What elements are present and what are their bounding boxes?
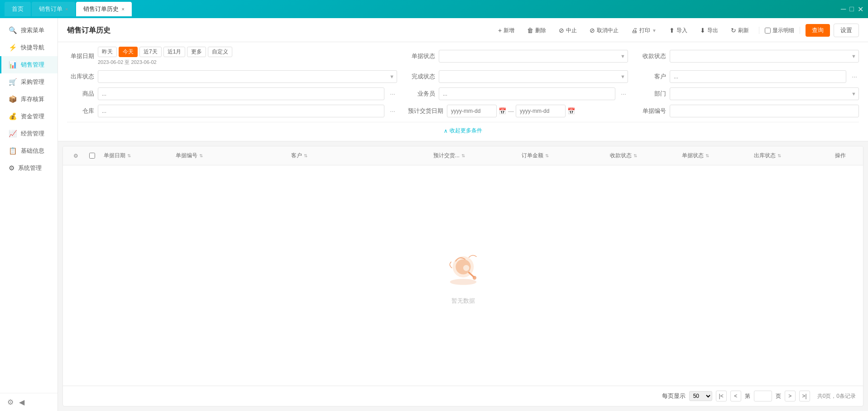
refresh-button[interactable]: ↻ 刷新 xyxy=(726,25,753,36)
goods-input[interactable] xyxy=(98,87,384,100)
delete-button[interactable]: 🗑 删除 xyxy=(523,25,551,36)
settings-button[interactable]: 设置 xyxy=(834,24,859,37)
collapse-sidebar-icon[interactable]: ◀ xyxy=(19,398,24,406)
sidebar-item-search[interactable]: 🔍 搜索菜单 xyxy=(0,22,58,39)
sidebar-item-basic-info[interactable]: 📋 基础信息 xyxy=(0,142,58,160)
tab-sales-order[interactable]: 销售订单 × xyxy=(32,2,75,16)
calendar-from-icon[interactable]: 📅 xyxy=(499,107,506,115)
collapse-btn[interactable]: ∧ 收起更多条件 xyxy=(67,125,859,136)
last-page-btn[interactable]: >| xyxy=(799,391,810,401)
warehouse-status-label: 出库状态 xyxy=(67,73,94,81)
cancel-stop-icon: ⊘ xyxy=(590,27,595,34)
bill-number-input[interactable] xyxy=(670,105,859,117)
th-warehouse-status[interactable]: 出库状态 ⇅ xyxy=(750,152,822,160)
th-amount-sort: ⇅ xyxy=(545,153,549,158)
sidebar-item-sales[interactable]: 📊 销售管理 xyxy=(0,56,58,73)
sidebar-item-finance[interactable]: 💰 资金管理 xyxy=(0,108,58,125)
date-btn-custom[interactable]: 自定义 xyxy=(208,47,232,57)
page-label-prefix: 第 xyxy=(745,392,750,400)
display-toggle[interactable]: 显示明细 xyxy=(765,27,794,34)
sidebar-item-quicknav[interactable]: ⚡ 快捷导航 xyxy=(0,39,58,56)
sidebar-item-operations[interactable]: 📈 经营管理 xyxy=(0,125,58,142)
display-toggle-checkbox[interactable] xyxy=(765,28,771,34)
page-title-row: 销售订单历史 + 新增 🗑 删除 ⊘ 中止 ⊘ xyxy=(67,24,859,37)
date-btn-yesterday[interactable]: 昨天 xyxy=(98,47,117,57)
sidebar-item-system[interactable]: ⚙ 系统管理 xyxy=(0,160,58,177)
complete-status-select[interactable] xyxy=(439,70,628,83)
refresh-icon: ↻ xyxy=(731,27,736,34)
filter-row-2: 出库状态 ▼ 完成状态 ▼ xyxy=(67,70,859,83)
date-btn-today[interactable]: 今天 xyxy=(119,47,138,57)
salesperson-dots[interactable]: ··· xyxy=(619,90,628,97)
date-range-dash: — xyxy=(508,108,514,115)
page-input[interactable]: 1 xyxy=(754,391,772,401)
calendar-to-icon[interactable]: 📅 xyxy=(567,107,575,115)
th-settings[interactable]: ⚙ xyxy=(67,153,84,159)
sidebar-item-finance-label: 资金管理 xyxy=(21,112,44,121)
first-page-btn[interactable]: |< xyxy=(716,391,727,401)
search-icon: 🔍 xyxy=(9,26,17,34)
th-status[interactable]: 单据状态 ⇅ xyxy=(678,152,750,160)
prev-page-btn[interactable]: < xyxy=(730,391,741,401)
sales-icon: 📊 xyxy=(9,61,17,69)
cancel-stop-button[interactable]: ⊘ 取消中止 xyxy=(585,25,623,36)
th-amount[interactable]: 订单金额 ⇅ xyxy=(518,152,606,160)
th-number-sort: ⇅ xyxy=(199,153,203,158)
goods-dots[interactable]: ··· xyxy=(388,90,397,97)
date-btn-7days[interactable]: 近7天 xyxy=(139,47,162,57)
tab-sales-order-close[interactable]: × xyxy=(65,6,68,12)
tab-sales-order-history-close[interactable]: × xyxy=(121,6,124,12)
table-area: ⚙ 单据日期 ⇅ 单据编号 ⇅ 客户 ⇅ 预计交货... xyxy=(62,146,863,406)
warehouse-status-select[interactable] xyxy=(98,70,397,83)
warehouse-input[interactable] xyxy=(98,105,384,117)
select-all-checkbox[interactable] xyxy=(89,153,95,159)
tab-sales-order-history[interactable]: 销售订单历史 × xyxy=(76,2,131,16)
th-customer[interactable]: 客户 ⇅ xyxy=(288,152,430,160)
th-checkbox[interactable] xyxy=(84,153,100,159)
sidebar-item-purchase[interactable]: 🛒 采购管理 xyxy=(0,73,58,91)
minimize-icon[interactable]: ─ xyxy=(841,5,846,13)
customer-dots[interactable]: ··· xyxy=(850,73,859,80)
export-button[interactable]: ⬇ 导出 xyxy=(695,25,723,36)
th-delivery[interactable]: 预计交货... ⇅ xyxy=(430,152,518,160)
query-button[interactable]: 查询 xyxy=(806,24,830,37)
filter-row-4: 仓库 ··· 预计交货日期 📅 — 📅 xyxy=(67,105,859,117)
th-date[interactable]: 单据日期 ⇅ xyxy=(100,152,172,160)
department-select[interactable] xyxy=(670,87,859,100)
date-btn-1month[interactable]: 近1月 xyxy=(163,47,186,57)
delivery-date-from[interactable] xyxy=(447,105,497,117)
print-label: 打印 xyxy=(639,27,650,34)
tab-sales-order-label: 销售订单 xyxy=(39,5,62,13)
print-button[interactable]: 🖨 打印 ▼ xyxy=(627,25,661,36)
svg-point-3 xyxy=(463,265,469,271)
tab-home[interactable]: 首页 xyxy=(5,2,31,16)
settings-bottom-icon[interactable]: ⚙ xyxy=(7,398,14,406)
bill-status-label: 单据状态 xyxy=(408,52,435,60)
customer-input[interactable] xyxy=(670,70,846,83)
th-payment[interactable]: 收款状态 ⇅ xyxy=(606,152,678,160)
stop-label: 中止 xyxy=(566,27,577,34)
tab-bar: 首页 销售订单 × 销售订单历史 × xyxy=(5,2,841,16)
print-dropdown-icon: ▼ xyxy=(652,28,657,33)
close-icon[interactable]: ✕ xyxy=(858,5,863,14)
date-btn-more[interactable]: 更多 xyxy=(187,47,206,57)
per-page-label: 每页显示 xyxy=(662,392,686,400)
payment-status-select[interactable] xyxy=(670,50,859,63)
import-button[interactable]: ⬆ 导入 xyxy=(665,25,692,36)
next-page-btn[interactable]: > xyxy=(785,391,796,401)
delivery-date-to[interactable] xyxy=(516,105,566,117)
stop-button[interactable]: ⊘ 中止 xyxy=(554,25,581,36)
svg-point-5 xyxy=(472,276,476,280)
bill-status-select[interactable] xyxy=(439,50,628,63)
per-page-select[interactable]: 10 20 50 100 xyxy=(689,391,712,401)
delete-icon: 🗑 xyxy=(527,27,533,34)
sidebar-item-inventory[interactable]: 📦 库存核算 xyxy=(0,91,58,108)
warehouse-dots[interactable]: ··· xyxy=(388,107,397,115)
warehouse-label: 仓库 xyxy=(67,107,94,115)
salesperson-input[interactable] xyxy=(439,87,615,100)
svg-point-0 xyxy=(450,279,476,285)
th-number[interactable]: 单据编号 ⇅ xyxy=(172,152,288,160)
add-button[interactable]: + 新增 xyxy=(494,25,519,36)
maximize-icon[interactable]: □ xyxy=(849,5,854,13)
th-date-label: 单据日期 xyxy=(104,152,125,160)
